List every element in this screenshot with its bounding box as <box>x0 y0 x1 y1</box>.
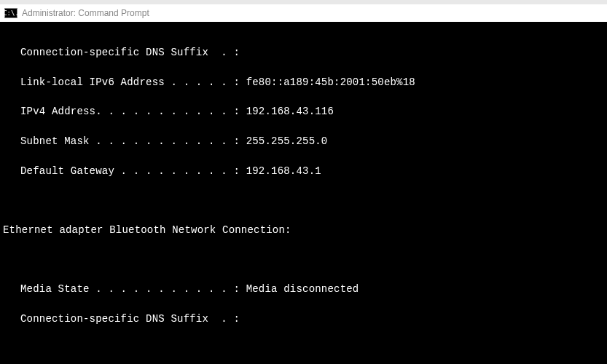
media-state-line: Media State . . . . . . . . . . . : Medi… <box>3 282 604 296</box>
adapter-header: Ethernet adapter Bluetooth Network Conne… <box>3 223 604 237</box>
dns-suffix-line: Connection-specific DNS Suffix . : <box>3 45 604 60</box>
blank-line <box>3 341 604 355</box>
cmd-icon: C:\. <box>4 8 17 18</box>
terminal-output[interactable]: Connection-specific DNS Suffix . : Link-… <box>0 22 607 364</box>
subnet-line: Subnet Mask . . . . . . . . . . . : 255.… <box>3 134 604 149</box>
dns-suffix-line-2: Connection-specific DNS Suffix . : <box>3 312 604 326</box>
window-title: Administrator: Command Prompt <box>22 8 149 18</box>
gateway-line: Default Gateway . . . . . . . . . : 192.… <box>3 164 604 178</box>
blank-line <box>3 252 604 266</box>
ipv6-line: Link-local IPv6 Address . . . . . : fe80… <box>3 75 604 90</box>
ipv4-line: IPv4 Address. . . . . . . . . . . : 192.… <box>3 104 604 119</box>
window-titlebar[interactable]: C:\. Administrator: Command Prompt <box>0 0 607 22</box>
blank-line <box>3 193 604 207</box>
